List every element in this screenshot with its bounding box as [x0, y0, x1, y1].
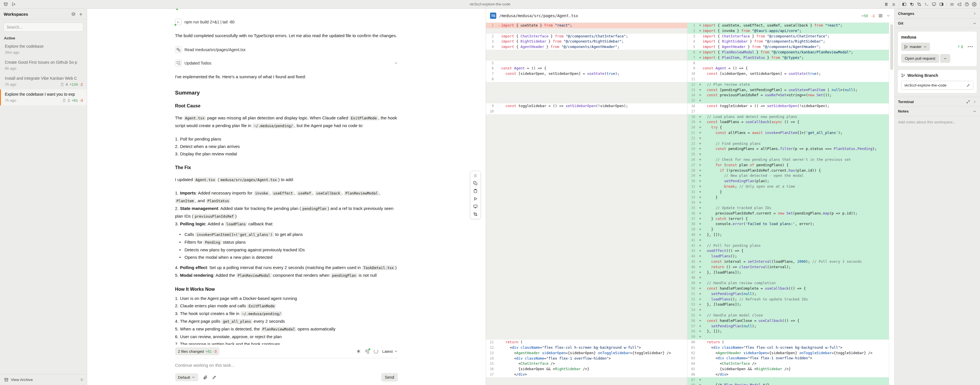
- pull-request-options-button[interactable]: [940, 54, 950, 63]
- chat-list: 1.Poll for pending plans2.Detect when a …: [175, 135, 398, 158]
- pen-icon[interactable]: [212, 375, 216, 380]
- edit-branch-icon[interactable]: [966, 83, 970, 88]
- git-branch-icon: [901, 73, 905, 77]
- chevron-down-icon: [394, 349, 398, 353]
- todos-status-icon[interactable]: [365, 349, 370, 354]
- diff-row: 5import { AgentHeader } from "@/componen…: [687, 44, 889, 50]
- workspace-item[interactable]: Install and integrate Vibe Kanban Web C7…: [0, 73, 87, 89]
- chat-bubbles-icon[interactable]: [909, 2, 914, 6]
- paperclip-icon[interactable]: [203, 375, 207, 380]
- chevron-down-icon: [972, 21, 977, 25]
- git-compare-icon[interactable]: [917, 2, 921, 6]
- panel-right-icon[interactable]: [939, 2, 944, 6]
- panel-left-icon[interactable]: [902, 2, 907, 6]
- play-icon[interactable]: [473, 197, 478, 201]
- chevron-down-icon[interactable]: [886, 14, 890, 18]
- chat-heading: Root Cause: [175, 103, 398, 108]
- diff-panel: TS /medusa/medusa/src/pages/Agent.tsx +5…: [486, 9, 894, 385]
- open-pull-request-button[interactable]: Open pull request: [901, 54, 939, 63]
- diff-scrollbar[interactable]: [889, 23, 894, 385]
- search-input[interactable]: [3, 22, 83, 32]
- mode-select[interactable]: Default: [175, 373, 199, 381]
- window-title: vk/3ccf-explore-the-code: [470, 2, 510, 6]
- tool-call-row[interactable]: Updated Todos: [175, 60, 398, 66]
- monitor-icon[interactable]: [473, 204, 478, 209]
- tool-call-row[interactable]: npm run build 2>&1 | tail -80: [175, 19, 398, 25]
- diff-row: 35+ // Update tracked plan IDs: [687, 205, 889, 211]
- files-changed-chip[interactable]: 2 files changed +61 -3: [175, 347, 220, 355]
- diff-row: 10: [486, 109, 687, 114]
- split-diff-icon[interactable]: [878, 13, 883, 18]
- inline-code: useRef: [297, 191, 313, 196]
- diff-row: 51+ setPendingPlan(null);: [687, 291, 889, 297]
- layers-icon[interactable]: [71, 12, 76, 17]
- diff-lines-added: +59: [861, 14, 868, 18]
- sign-out-icon[interactable]: [11, 2, 16, 6]
- terminal-icon[interactable]: [924, 2, 929, 6]
- composer: Default Send: [175, 358, 398, 385]
- inline-code: PlanReviewModal: [261, 327, 297, 332]
- diff-row: 31+ break; // Only open one at a time: [687, 184, 889, 189]
- help-icon[interactable]: [964, 2, 969, 6]
- workspace-stats: 2+61-3: [62, 98, 83, 103]
- expand-icon[interactable]: [966, 100, 970, 104]
- diff-row: 14+ const previousPlanIdsRef = useRef<Se…: [687, 92, 889, 98]
- todos-icon: [175, 60, 182, 66]
- section-notes[interactable]: Notes: [894, 107, 980, 116]
- tool-call-row[interactable]: Read medusa/src/pages/Agent.tsx: [175, 46, 398, 53]
- diff-row: 42+ // Poll for pending plans: [687, 243, 889, 248]
- terminal-chip-icon: [175, 19, 182, 25]
- working-branch-input[interactable]: vk/3ccf-explore-the-code: [901, 81, 974, 90]
- diff-row: 19+ const loadPlans = useCallback(async …: [687, 119, 889, 125]
- inline-code: PlanItem: [175, 199, 196, 204]
- list-item: 7.The response is written back and the h…: [175, 340, 398, 345]
- diff-row: 7 const [sidebarOpen, setSidebarOpen] = …: [486, 71, 687, 76]
- git-compare-icon[interactable]: [473, 212, 478, 216]
- workspace-item[interactable]: Explore the codebase I want you to exp7h…: [0, 89, 87, 105]
- view-archive-button[interactable]: View Archive 0: [0, 374, 87, 385]
- inline-code: previousPlanIdsRef: [193, 214, 235, 219]
- megaphone-icon[interactable]: [957, 2, 962, 6]
- titlebar-right-icons: [884, 2, 980, 6]
- workspace-title: Explore the codebase I want you to exp: [5, 92, 83, 97]
- chat-scroll-area[interactable]: npm run build 2>&1 | tail -80The build c…: [87, 9, 486, 345]
- monitor-icon[interactable]: [932, 2, 936, 6]
- chat-panel: npm run build 2>&1 | tail -80The build c…: [87, 9, 486, 385]
- copy-icon[interactable]: [473, 181, 478, 186]
- diff-row: 32+ }: [687, 189, 889, 195]
- status-dot: [174, 24, 177, 26]
- send-button[interactable]: Send: [381, 373, 398, 382]
- chevron-down-icon[interactable]: [394, 61, 398, 65]
- workspace-item[interactable]: Explore the codebase35m ago: [0, 41, 87, 57]
- chat-paragraph: I've implemented the fix. Here's a summa…: [175, 73, 398, 81]
- diff-row: 67+: [687, 377, 889, 383]
- workspace-time: 35m ago: [5, 50, 19, 54]
- list-item: •Calls invoke<PlanItem[]>('get_all_plans…: [175, 231, 398, 239]
- branch-select[interactable]: master: [901, 43, 930, 51]
- section-git[interactable]: Git: [894, 19, 980, 28]
- list-item: 2.Detect when a new plan arrives: [175, 143, 398, 150]
- titlebar-left-icons: [0, 2, 16, 6]
- section-changes[interactable]: Changes: [894, 9, 980, 19]
- inline-code: ~/.medusa/pending/: [253, 123, 294, 128]
- spark-icon[interactable]: [356, 349, 361, 353]
- titlebar: vk/3ccf-explore-the-code: [0, 0, 980, 9]
- section-terminal[interactable]: Terminal: [894, 97, 980, 107]
- menu-icon[interactable]: [950, 2, 954, 6]
- scrollbar-thumb[interactable]: [890, 24, 893, 70]
- latest-dropdown[interactable]: Latest: [382, 349, 398, 353]
- diff-row: 3import { ChatInterface } from "@/compon…: [687, 34, 889, 39]
- files-changed-label: 2 files changed: [178, 349, 204, 353]
- settings-icon[interactable]: [972, 2, 977, 6]
- collapse-up-icon[interactable]: [891, 2, 896, 6]
- workspace-item[interactable]: Create Good First Issues on Github So p6…: [0, 57, 87, 73]
- plus-icon[interactable]: [79, 12, 83, 17]
- notes-placeholder[interactable]: Add notes about this workspace...: [894, 116, 980, 128]
- message-input[interactable]: [175, 363, 398, 368]
- repo-more-menu[interactable]: •••: [968, 45, 974, 49]
- list-item: 2.Claude enters plan mode and calls Exit…: [175, 302, 398, 310]
- archive-icon[interactable]: [3, 2, 8, 6]
- clipboard-icon[interactable]: [473, 189, 478, 193]
- drag-handle-icon: [473, 173, 478, 178]
- pause-icon[interactable]: [884, 2, 889, 6]
